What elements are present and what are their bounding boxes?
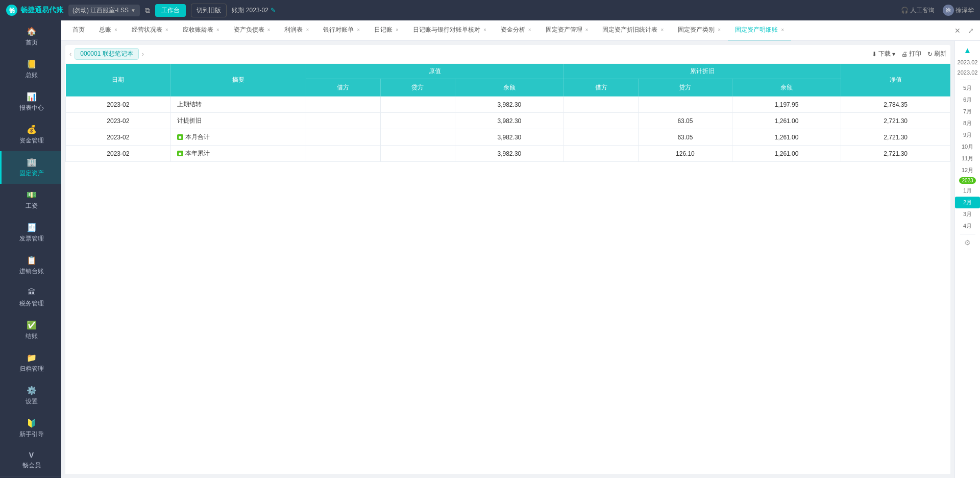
tab-journal-close[interactable]: × [396, 27, 399, 33]
sidebar-item-guide[interactable]: 🔰 新手引导 [0, 412, 61, 445]
user-name: 徐泽华 [955, 6, 974, 15]
tab-reconcile[interactable]: 日记账与银行对账单核对 × [406, 20, 494, 41]
tab-balance-label: 资产负债表 [234, 26, 264, 34]
tab-fa-detail-close[interactable]: × [781, 27, 784, 33]
tab-fa-depreciation[interactable]: 固定资产折旧统计表 × [595, 20, 671, 41]
month-1[interactable]: 1月 [955, 185, 980, 197]
green-tag: ■ [177, 151, 183, 156]
cell-net-value: 2,784.35 [841, 97, 950, 113]
tab-ledger-label: 总账 [99, 26, 111, 34]
tab-business[interactable]: 经营状况表 × [125, 20, 176, 41]
sidebar-item-reports[interactable]: 📊 报表中心 [0, 86, 61, 118]
help-button[interactable]: 🎧 人工客询 [901, 6, 935, 15]
tab-fa-cat-label: 固定资产类别 [678, 26, 715, 34]
tab-fund-analysis[interactable]: 资金分析 × [494, 20, 538, 41]
year-label-top2[interactable]: 2023.02 [957, 67, 979, 78]
sidebar-label-closing: 结账 [26, 332, 38, 341]
tab-reconcile-close[interactable]: × [483, 27, 486, 33]
app-name: 畅捷通易代账 [20, 6, 63, 15]
period-edit-icon[interactable]: ✎ [271, 7, 276, 14]
closing-icon: ✅ [27, 320, 37, 330]
home-icon: 🏠 [27, 27, 37, 36]
sidebar-item-closing[interactable]: ✅ 结账 [0, 314, 61, 347]
sidebar-item-member[interactable]: V 畅会员 [0, 445, 61, 476]
month-11[interactable]: 11月 [955, 153, 980, 164]
sidebar-item-fixed-assets[interactable]: 🏢 固定资产 [0, 151, 61, 184]
tab-fa-mgmt[interactable]: 固定资产管理 × [538, 20, 596, 41]
company-dropdown-icon: ▼ [131, 8, 136, 13]
tab-profit[interactable]: 利润表 × [277, 20, 316, 41]
cell-accum-balance: 1,261.00 [732, 146, 841, 162]
cell-orig-balance: 3,982.30 [455, 146, 564, 162]
month-3[interactable]: 3月 [955, 208, 980, 220]
switch-version-button[interactable]: 切到旧版 [191, 4, 227, 17]
month-12[interactable]: 12月 [955, 164, 980, 176]
right-panel: ▲ 2023.02 2023.02 5月 6月 7月 8月 9月 10月 11月… [954, 41, 980, 478]
tab-profit-close[interactable]: × [306, 27, 309, 33]
tab-receivable-close[interactable]: × [216, 27, 219, 33]
cell-orig-credit [380, 129, 455, 146]
sidebar-item-invoice[interactable]: 🧾 发票管理 [0, 217, 61, 249]
table-row: 2023-02 ■本月合计 3,982.30 63.05 1,261.00 2,… [66, 129, 950, 146]
tab-balance[interactable]: 资产负债表 × [227, 20, 278, 41]
tab-maximize-icon[interactable]: ⤢ [966, 26, 976, 36]
tab-fa-mgmt-close[interactable]: × [585, 27, 589, 33]
sidebar-item-settings[interactable]: ⚙️ 设置 [0, 379, 61, 412]
sidebar-item-archive[interactable]: 📁 归档管理 [0, 347, 61, 379]
tab-bank[interactable]: 银行对账单 × [316, 20, 367, 41]
ledger-icon: 📒 [27, 59, 37, 69]
tab-balance-close[interactable]: × [267, 27, 271, 33]
reports-icon: 📊 [27, 92, 37, 102]
sidebar-item-home[interactable]: 🏠 首页 [0, 20, 61, 53]
nav-next-icon[interactable]: › [142, 50, 144, 58]
tab-home[interactable]: 首页 [65, 20, 92, 41]
tab-fa-cat-close[interactable]: × [718, 27, 721, 33]
nav-prev-icon[interactable]: ‹ [69, 50, 71, 58]
sidebar-item-ledger[interactable]: 📒 总账 [0, 53, 61, 86]
refresh-button[interactable]: ↻ 刷新 [927, 50, 946, 58]
sidebar-item-sales[interactable]: 📋 进销台账 [0, 249, 61, 282]
tab-receivable[interactable]: 应收账龄表 × [176, 20, 227, 41]
tab-fa-detail[interactable]: 固定资产明细账 × [728, 20, 791, 41]
sidebar-pin-toggle[interactable]: ◀◀ 取消固定 [0, 476, 61, 478]
cell-accum-balance: 1,261.00 [732, 113, 841, 129]
tab-fa-dep-close[interactable]: × [660, 27, 664, 33]
sidebar-item-payroll[interactable]: 💵 工资 [0, 184, 61, 217]
company-selector[interactable]: (勿动) 江西服室-LSS ▼ [68, 5, 140, 16]
tab-fa-category[interactable]: 固定资产类别 × [671, 20, 728, 41]
month-10[interactable]: 10月 [955, 141, 980, 153]
download-button[interactable]: ⬇ 下载 ▾ [872, 50, 895, 58]
tab-fund-close[interactable]: × [528, 27, 531, 33]
scroll-up-icon[interactable]: ▲ [962, 44, 974, 57]
asset-code: 000001 [80, 50, 101, 57]
month-8[interactable]: 8月 [955, 117, 980, 129]
tab-ledger-close[interactable]: × [114, 27, 117, 33]
copy-icon[interactable]: ⧉ [145, 6, 150, 15]
year-label-top[interactable]: 2023.02 [957, 57, 979, 67]
month-2[interactable]: 2月 [955, 197, 980, 208]
th-orig-balance: 余额 [455, 79, 564, 97]
month-5[interactable]: 5月 [955, 82, 980, 94]
th-date: 日期 [66, 64, 171, 97]
sidebar-item-funds[interactable]: 💰 资金管理 [0, 118, 61, 151]
tab-journal[interactable]: 日记账 × [367, 20, 406, 41]
month-6[interactable]: 6月 [955, 94, 980, 106]
cell-orig-debit [306, 129, 380, 146]
cell-note: ■本月合计 [170, 129, 306, 146]
tab-bank-close[interactable]: × [357, 27, 360, 33]
sidebar-item-tax[interactable]: 🏛 税务管理 [0, 282, 61, 314]
print-label: 打印 [909, 50, 921, 58]
user-menu[interactable]: 徐 徐泽华 [943, 5, 974, 16]
logo-icon: 畅 [6, 5, 17, 16]
month-4[interactable]: 4月 [955, 220, 980, 232]
month-9[interactable]: 9月 [955, 129, 980, 141]
right-panel-settings-icon[interactable]: ⚙ [962, 236, 973, 249]
tab-ledger[interactable]: 总账 × [92, 20, 125, 41]
print-button[interactable]: 🖨 打印 [901, 50, 921, 58]
tab-business-close[interactable]: × [165, 27, 168, 33]
workspace-button[interactable]: 工作台 [155, 4, 186, 17]
month-7[interactable]: 7月 [955, 106, 980, 117]
sidebar-label-funds: 资金管理 [19, 136, 44, 145]
asset-tag[interactable]: 000001 联想笔记本 [75, 48, 138, 60]
tab-close-icon[interactable]: ✕ [952, 26, 963, 36]
